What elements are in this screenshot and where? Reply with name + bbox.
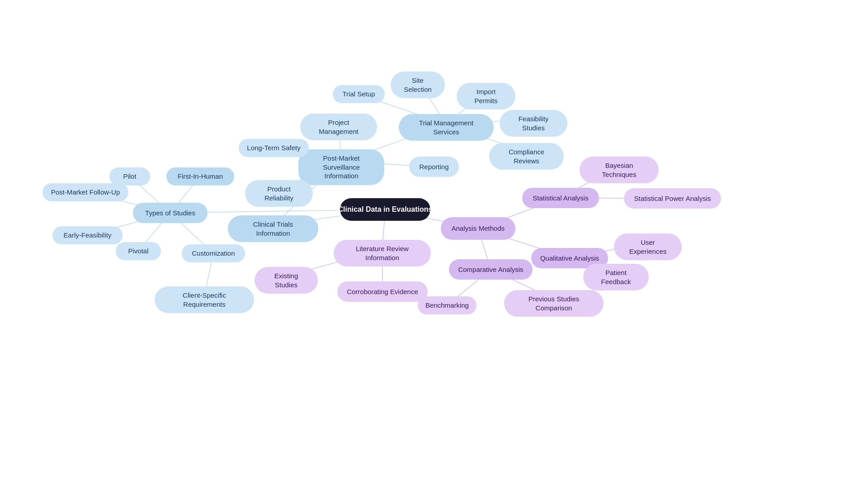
svg-line-21 — [286, 250, 382, 276]
svg-line-0 — [170, 209, 386, 213]
svg-line-1 — [130, 176, 170, 213]
svg-line-16 — [446, 119, 533, 124]
svg-line-25 — [561, 166, 619, 198]
svg-line-9 — [273, 162, 341, 226]
svg-line-2 — [170, 176, 201, 213]
svg-line-13 — [359, 94, 447, 124]
svg-line-32 — [491, 270, 554, 300]
svg-line-11 — [279, 162, 341, 190]
svg-line-14 — [418, 81, 446, 124]
svg-line-23 — [385, 209, 478, 228]
svg-line-5 — [138, 213, 170, 252]
svg-line-18 — [339, 123, 341, 162]
svg-line-10 — [274, 148, 342, 162]
svg-line-31 — [447, 270, 491, 306]
svg-line-8 — [273, 209, 385, 226]
svg-line-17 — [446, 124, 527, 152]
svg-line-29 — [570, 258, 616, 273]
svg-line-7 — [204, 253, 213, 295]
svg-line-15 — [446, 92, 486, 124]
svg-line-28 — [570, 243, 648, 258]
mindmap-svg — [0, 0, 868, 490]
svg-line-20 — [382, 209, 386, 250]
svg-line-19 — [341, 162, 434, 167]
svg-line-27 — [478, 228, 570, 258]
svg-line-22 — [382, 250, 383, 292]
svg-line-24 — [478, 198, 561, 229]
svg-line-6 — [170, 213, 214, 254]
svg-line-30 — [478, 228, 491, 270]
connections-layer — [85, 81, 673, 305]
svg-line-12 — [341, 124, 446, 162]
svg-line-26 — [561, 198, 673, 199]
svg-line-3 — [85, 192, 170, 213]
svg-line-4 — [88, 213, 170, 236]
